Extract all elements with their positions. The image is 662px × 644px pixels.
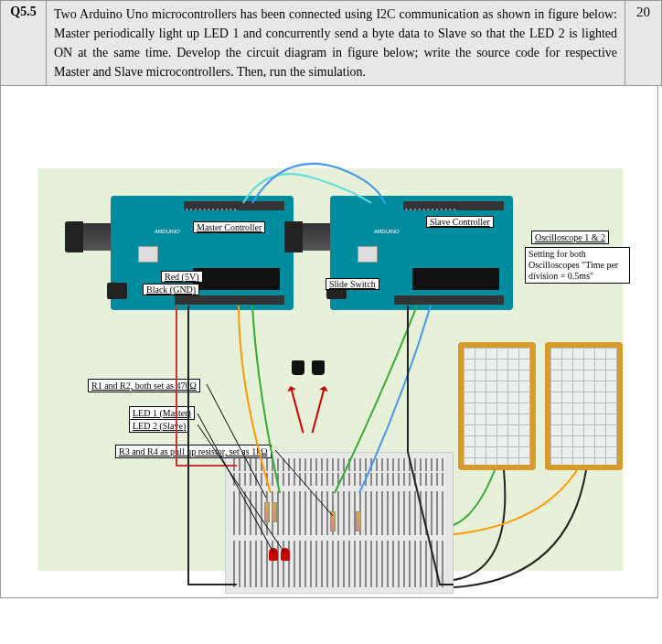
slide-switch-label: Slide Switch — [326, 278, 379, 290]
oscilloscope-title: Oscilloscope 1 & 2 — [531, 231, 609, 244]
transistor-2 — [312, 360, 325, 375]
small-ic — [358, 246, 378, 263]
resistor-r4 — [356, 511, 361, 531]
slave-arduino: ARDUINO Slave Controller — [330, 196, 513, 310]
led2-annotation: LED 2 (Slave) — [129, 419, 189, 433]
oscilloscope-setting: Setting for both Oscilloscopes "Time per… — [525, 247, 630, 284]
transistor-1 — [292, 360, 304, 375]
breadboard-rail — [233, 458, 445, 471]
arduino-brand-label: ARDUINO — [155, 229, 180, 234]
arduino-header-bottom — [175, 295, 284, 305]
oscilloscope-2 — [545, 342, 623, 470]
breadboard-rail — [233, 560, 445, 573]
usb-port — [301, 223, 330, 251]
breadboard-rail — [233, 574, 445, 587]
oscilloscope-screen — [464, 348, 530, 465]
arduino-header-bottom — [394, 295, 504, 305]
oscilloscope-screen — [550, 348, 617, 465]
slave-controller-label: Slave Controller — [426, 216, 494, 228]
usb-port — [81, 223, 111, 251]
question-table: Q5.5 Two Arduino Uno microcontrollers ha… — [0, 0, 662, 86]
oscilloscope-1 — [458, 342, 536, 470]
master-controller-label: Master Controller — [193, 221, 265, 233]
arduino-header-top — [184, 201, 284, 210]
resistor-r1 — [264, 502, 270, 522]
arduino-chip — [412, 268, 499, 290]
small-ic — [138, 246, 158, 263]
master-arduino: ARDUINO Master Controller Red (5V) Black… — [111, 196, 294, 310]
usb-plug — [65, 221, 83, 252]
r3-r4-annotation: R3 and R4 as pull up resistor, set as 1k… — [115, 445, 272, 458]
question-number: Q5.5 — [1, 1, 47, 86]
breadboard-rail — [233, 473, 445, 486]
r1-r2-annotation: R1 and R2, both set as 470Ω — [88, 379, 200, 392]
arduino-header-top — [403, 201, 504, 210]
led-2 — [281, 548, 290, 561]
led-1 — [269, 548, 278, 561]
barrel-jack — [107, 283, 127, 299]
red-5v-label: Red (5V) — [161, 271, 203, 283]
arduino-chip — [193, 268, 280, 290]
resistor-r2 — [272, 502, 277, 522]
led1-annotation: LED 1 (Master) — [129, 406, 195, 420]
question-marks: 20 — [625, 1, 662, 86]
circuit-diagram: ARDUINO Master Controller Red (5V) Black… — [0, 86, 658, 598]
usb-plug — [284, 221, 303, 252]
black-gnd-label: Black (GND) — [143, 284, 199, 295]
arduino-brand-label: ARDUINO — [374, 229, 400, 234]
breadboard — [225, 452, 454, 594]
question-text: Two Arduino Uno microcontrollers has bee… — [47, 1, 625, 86]
resistor-r3 — [330, 511, 336, 531]
